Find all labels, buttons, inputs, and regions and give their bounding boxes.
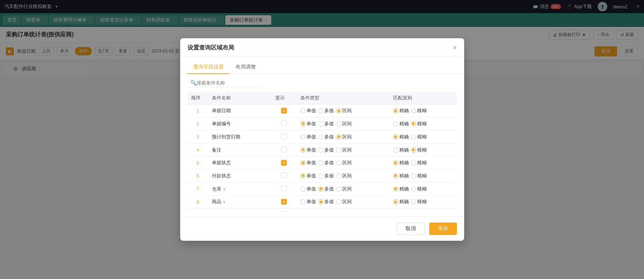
search-input[interactable] (197, 80, 255, 86)
row-1-match-0[interactable]: 精确 (393, 121, 409, 127)
row-8-match-1[interactable]: 模糊 (411, 212, 427, 212)
row-6-type-0[interactable]: 单值 (300, 186, 316, 192)
row-6-name: 仓库 ∨ (208, 182, 271, 196)
tab-query-fields[interactable]: 查询字段设置 (187, 61, 230, 74)
row-0-type-radio-0 (300, 108, 305, 113)
row-8-checkbox[interactable] (281, 211, 287, 212)
row-0-type-2[interactable]: 区间 (336, 107, 352, 114)
row-5-show[interactable] (272, 169, 297, 182)
row-2-show[interactable] (272, 130, 297, 144)
row-5-match-1[interactable]: 模糊 (411, 173, 427, 179)
row-6-match-radio-1 (411, 186, 416, 192)
row-3-match: 精确模糊 (390, 144, 457, 157)
row-7-type-0[interactable]: 单值 (300, 199, 316, 205)
row-0-name: 单据日期 (208, 105, 271, 117)
row-0-type-1[interactable]: 多值 (318, 107, 334, 114)
row-6-checkbox[interactable] (281, 185, 287, 191)
row-0-match-0[interactable]: 精确 (393, 107, 409, 114)
row-2-match-0[interactable]: 精确 (393, 134, 409, 140)
row-1-checkbox[interactable] (281, 120, 287, 126)
row-7-show[interactable] (272, 196, 297, 208)
row-6-type-2[interactable]: 区间 (336, 186, 352, 192)
row-3-type-1[interactable]: 多值 (318, 147, 334, 153)
tab-layout-adjust-label: 布局调整 (236, 64, 256, 70)
row-5-type-2[interactable]: 区间 (336, 173, 352, 179)
row-0-match-1[interactable]: 模糊 (411, 107, 427, 114)
row-2-checkbox[interactable] (281, 133, 287, 139)
cancel-button[interactable]: 取消 (396, 223, 425, 235)
row-7-type-2[interactable]: 区间 (336, 199, 352, 205)
row-2-type-2[interactable]: 区间 (336, 134, 352, 140)
row-3-type: 单值多值区间 (297, 144, 389, 157)
row-1-show[interactable] (272, 117, 297, 130)
modal-overlay[interactable]: 设置查询区域布局 × 查询字段设置 布局调整 🔍 (0, 0, 644, 279)
row-4-match-0[interactable]: 精确 (393, 160, 409, 166)
row-5-type-1[interactable]: 多值 (318, 173, 334, 179)
row-7-match-0[interactable]: 精确 (393, 199, 409, 205)
save-button[interactable]: 保存 (429, 223, 457, 235)
config-table: 顺序 条件名称 显示 条件类型 匹配原则 1单据日期单值多值区间精确模糊2单据编… (187, 92, 457, 212)
row-5-checkbox[interactable] (281, 172, 287, 178)
row-0-show[interactable] (272, 105, 297, 117)
search-bar: 🔍 (187, 78, 260, 87)
row-5-type-0[interactable]: 单值 (300, 173, 316, 179)
row-1-match-1[interactable]: 模糊 (411, 121, 427, 127)
row-5-match-0[interactable]: 精确 (393, 173, 409, 179)
row-0-checkbox[interactable] (281, 108, 287, 114)
row-1-name: 单据编号 (208, 117, 271, 130)
row-4-type: 单值多值区间 (297, 157, 389, 169)
row-1-order: 2 (187, 117, 209, 130)
row-6-match-0[interactable]: 精确 (393, 186, 409, 192)
row-6-show[interactable] (272, 182, 297, 196)
row-3-show[interactable] (272, 144, 297, 157)
modal-close-button[interactable]: × (453, 44, 457, 52)
row-6-type: 单值多值区间 (297, 182, 389, 196)
tab-layout-adjust[interactable]: 布局调整 (230, 61, 262, 74)
row-4-type-2[interactable]: 区间 (336, 160, 352, 166)
row-3-type-0[interactable]: 单值 (300, 147, 316, 153)
row-7-match-radio-0 (393, 199, 398, 204)
row-8-match-0[interactable]: 精确 (393, 212, 409, 212)
row-7-checkbox[interactable] (281, 199, 287, 205)
row-3-match-1[interactable]: 模糊 (411, 147, 427, 153)
row-2-type-0[interactable]: 单值 (300, 134, 316, 140)
th-show: 显示 (272, 92, 297, 105)
row-7-match-1[interactable]: 模糊 (411, 199, 427, 205)
row-6-match: 精确模糊 (390, 182, 457, 196)
row-1-type-1[interactable]: 多值 (318, 121, 334, 127)
row-8-type-2[interactable]: 区间 (336, 212, 352, 212)
config-table-scroll[interactable]: 顺序 条件名称 显示 条件类型 匹配原则 1单据日期单值多值区间精确模糊2单据编… (187, 92, 457, 212)
row-3-checkbox[interactable] (281, 146, 287, 152)
row-4-show[interactable] (272, 157, 297, 169)
row-2-match-1[interactable]: 模糊 (411, 134, 427, 140)
row-4-match-1[interactable]: 模糊 (411, 160, 427, 166)
row-3-type-2[interactable]: 区间 (336, 147, 352, 153)
row-2-type-1[interactable]: 多值 (318, 134, 334, 140)
row-4-type-1[interactable]: 多值 (318, 160, 334, 166)
th-match: 匹配原则 (390, 92, 457, 105)
table-row: 8商品 ∨单值多值区间精确模糊 (187, 196, 457, 208)
row-3-type-radio-0 (300, 148, 305, 153)
row-5-type-radio-1 (318, 173, 323, 178)
row-0-type-radio-2 (336, 108, 341, 113)
dropdown-icon: ∨ (223, 200, 226, 204)
row-8-type-1[interactable]: 多值 (318, 212, 334, 212)
table-row: 2单据编号单值多值区间精确模糊 (187, 117, 457, 130)
row-4-checkbox[interactable] (281, 160, 287, 166)
table-row: 3预计到货日期单值多值区间精确模糊 (187, 130, 457, 144)
row-6-match-1[interactable]: 模糊 (411, 186, 427, 192)
row-4-type-0[interactable]: 单值 (300, 160, 316, 166)
search-icon: 🔍 (190, 80, 197, 86)
row-8-show[interactable] (272, 208, 297, 212)
th-order: 顺序 (187, 92, 209, 105)
row-2-order: 3 (187, 130, 209, 144)
row-4-name: 单据状态 (208, 157, 271, 169)
row-6-type-1[interactable]: 多值 (318, 186, 334, 192)
row-3-match-0[interactable]: 精确 (393, 147, 409, 153)
row-0-type-0[interactable]: 单值 (300, 107, 316, 114)
row-7-type-1[interactable]: 多值 (318, 199, 334, 205)
row-1-type-2[interactable]: 区间 (336, 121, 352, 127)
row-1-type-0[interactable]: 单值 (300, 121, 316, 127)
row-8-type-0[interactable]: 单值 (300, 212, 316, 212)
row-7-order: 8 (187, 196, 209, 208)
